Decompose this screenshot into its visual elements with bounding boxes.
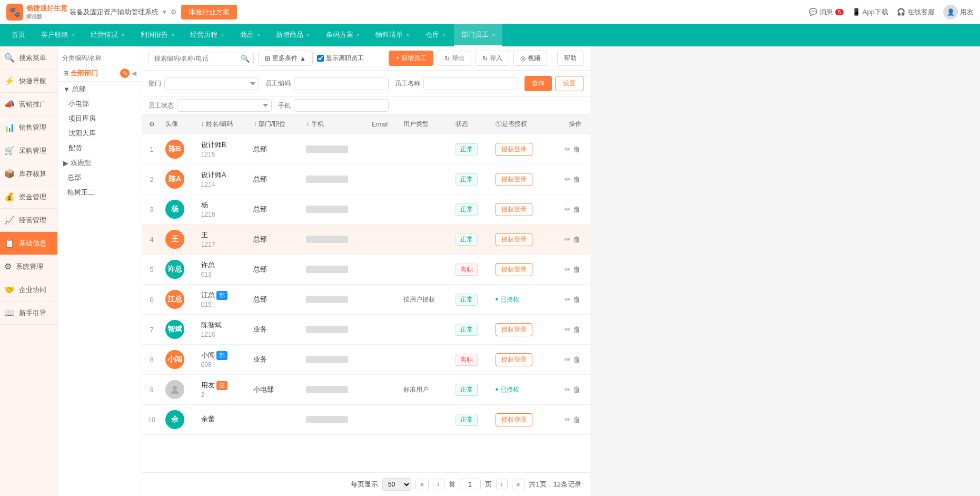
- close-icon[interactable]: ×: [492, 32, 495, 38]
- more-conditions-btn[interactable]: ⊞ 更多条件 ▲: [258, 51, 313, 66]
- query-btn[interactable]: 查询: [524, 76, 552, 91]
- close-icon[interactable]: ×: [221, 32, 224, 38]
- prev-page-btn[interactable]: ‹: [433, 479, 444, 490]
- page-input[interactable]: [460, 479, 481, 490]
- edit-btn[interactable]: ✏: [563, 294, 572, 305]
- delete-btn[interactable]: 🗑: [572, 324, 581, 335]
- tab-bom[interactable]: 物料清单 ×: [368, 24, 417, 46]
- edit-btn[interactable]: ✏: [563, 384, 572, 395]
- auth-login-btn[interactable]: 授权登录: [496, 143, 532, 156]
- all-dept-label[interactable]: 全部部门: [71, 69, 98, 78]
- auth-login-btn[interactable]: 授权登录: [496, 323, 532, 336]
- edit-btn[interactable]: ✏: [563, 234, 572, 245]
- tab-add-goods[interactable]: 新增商品 ×: [269, 24, 317, 46]
- tab-operation[interactable]: 经营情况 ×: [83, 24, 132, 46]
- nav-item-search[interactable]: 🔍 搜索菜单: [0, 46, 57, 70]
- online-service-action[interactable]: 🎧 在线客服: [897, 7, 935, 17]
- nav-item-purchase[interactable]: 🛒 采购管理: [0, 139, 57, 162]
- th-phone[interactable]: ↕ 手机: [302, 114, 368, 134]
- tab-history[interactable]: 经营历程 ×: [183, 24, 231, 46]
- video-btn[interactable]: ◎ 视频: [513, 51, 547, 66]
- dept-item-xiaodibu[interactable]: 小电部: [58, 96, 142, 111]
- dept-item-xiangmu[interactable]: 项目库房: [58, 111, 142, 126]
- delete-btn[interactable]: 🗑: [572, 144, 581, 154]
- edit-btn[interactable]: ✏: [563, 204, 572, 215]
- close-icon[interactable]: ×: [171, 32, 174, 38]
- dept-filter-select[interactable]: [164, 77, 259, 90]
- experience-btn[interactable]: 体验行业方案: [181, 5, 237, 20]
- delete-btn[interactable]: 🗑: [572, 384, 581, 395]
- nav-item-guide[interactable]: 📖 新手引导: [0, 302, 57, 325]
- close-icon[interactable]: ×: [442, 32, 446, 38]
- close-icon[interactable]: ×: [406, 32, 409, 38]
- edit-btn[interactable]: ✏: [563, 324, 572, 335]
- phone-input[interactable]: [294, 99, 389, 112]
- tab-barcode[interactable]: 条码方案 ×: [319, 24, 367, 46]
- tab-warehouse[interactable]: 仓库 ×: [418, 24, 453, 46]
- edit-btn[interactable]: ✏: [563, 144, 572, 154]
- nav-item-quick[interactable]: ⚡ 快捷导航: [0, 70, 57, 93]
- next-page-btn[interactable]: ›: [496, 479, 508, 490]
- message-action[interactable]: 💬 消息 5: [809, 7, 844, 17]
- close-icon[interactable]: ×: [72, 32, 75, 38]
- dept-item-peihuo[interactable]: 配货: [58, 141, 142, 155]
- dept-group-zhishu[interactable]: 植树王二: [58, 185, 142, 200]
- dept-group-shuangluxiang[interactable]: ▶ 双鹿想: [58, 155, 142, 170]
- delete-btn[interactable]: 🗑: [572, 294, 581, 305]
- nav-item-inventory[interactable]: 📦 库存核算: [0, 162, 57, 186]
- per-page-select[interactable]: 50 20 100: [382, 478, 411, 491]
- tab-dept-employee[interactable]: 部门员工 ×: [454, 24, 502, 46]
- import-btn[interactable]: ↻ 导入: [476, 51, 509, 66]
- search-input[interactable]: [149, 52, 254, 65]
- edit-btn[interactable]: ✏: [563, 414, 572, 425]
- auth-login-btn[interactable]: 授权登录: [496, 233, 532, 246]
- first-page-btn[interactable]: «: [415, 479, 429, 490]
- delete-btn[interactable]: 🗑: [572, 354, 581, 365]
- nav-item-basic[interactable]: 📋 基础信息: [0, 232, 57, 255]
- dept-search-input[interactable]: [62, 54, 141, 62]
- last-page-btn[interactable]: »: [512, 479, 525, 490]
- dept-group-zongbu2[interactable]: 总部: [58, 170, 142, 185]
- auth-login-btn[interactable]: 授权登录: [496, 203, 532, 216]
- th-dept[interactable]: ↕ 部门/职位: [249, 114, 302, 134]
- help-btn[interactable]: 帮助: [557, 51, 583, 66]
- tab-home[interactable]: 首页: [4, 24, 33, 46]
- auth-login-btn[interactable]: 授权登录: [496, 173, 532, 186]
- auth-login-btn[interactable]: 授权登录: [496, 263, 532, 276]
- th-name[interactable]: ↕ 姓名/编码: [197, 114, 250, 134]
- emp-name-input[interactable]: [423, 77, 518, 90]
- nav-item-collab[interactable]: 🤝 企业协同: [0, 278, 57, 302]
- nav-item-system[interactable]: ⚙ 系统管理: [0, 255, 57, 278]
- dropdown-icon[interactable]: ▾: [163, 8, 166, 16]
- emp-code-input[interactable]: [294, 77, 389, 90]
- nav-item-sales[interactable]: 📊 销售管理: [0, 116, 57, 139]
- show-resigned-input[interactable]: [317, 55, 324, 62]
- nav-item-marketing[interactable]: 📣 营销推广: [0, 93, 57, 116]
- delete-btn[interactable]: 🗑: [572, 414, 581, 425]
- th-settings[interactable]: ⚙: [142, 114, 161, 134]
- close-icon[interactable]: ×: [357, 32, 360, 38]
- dept-group-zongbu[interactable]: ▼ 总部: [58, 82, 142, 96]
- user-action[interactable]: 👤 用友: [943, 5, 974, 20]
- settings-icon[interactable]: ⚙: [171, 8, 177, 16]
- nav-item-finance[interactable]: 💰 资金管理: [0, 186, 57, 209]
- auth-login-btn[interactable]: 授权登录: [496, 353, 532, 366]
- delete-btn[interactable]: 🗑: [572, 264, 581, 275]
- edit-btn[interactable]: ✏: [563, 264, 572, 275]
- set-btn[interactable]: 设置: [555, 76, 583, 91]
- add-employee-btn[interactable]: + 新增员工: [389, 51, 433, 66]
- nav-item-biz[interactable]: 📈 经营管理: [0, 209, 57, 232]
- close-icon[interactable]: ×: [121, 32, 124, 38]
- export-btn[interactable]: ↻ 导出: [438, 51, 471, 66]
- show-resigned-checkbox[interactable]: 显示离职员工: [317, 54, 364, 63]
- edit-btn[interactable]: ✏: [563, 174, 572, 184]
- tab-customer[interactable]: 客户联络 ×: [34, 24, 82, 46]
- dept-item-shenyang[interactable]: 沈阳大库: [58, 126, 142, 141]
- close-icon[interactable]: ×: [306, 32, 310, 38]
- app-download-action[interactable]: 📱 App下载: [852, 7, 888, 17]
- emp-status-select[interactable]: [177, 99, 272, 112]
- tab-goods[interactable]: 商品 ×: [233, 24, 268, 46]
- collapse-tree-btn[interactable]: ◀: [132, 70, 136, 77]
- delete-btn[interactable]: 🗑: [572, 174, 581, 184]
- edit-dept-btn[interactable]: ✎: [120, 69, 130, 78]
